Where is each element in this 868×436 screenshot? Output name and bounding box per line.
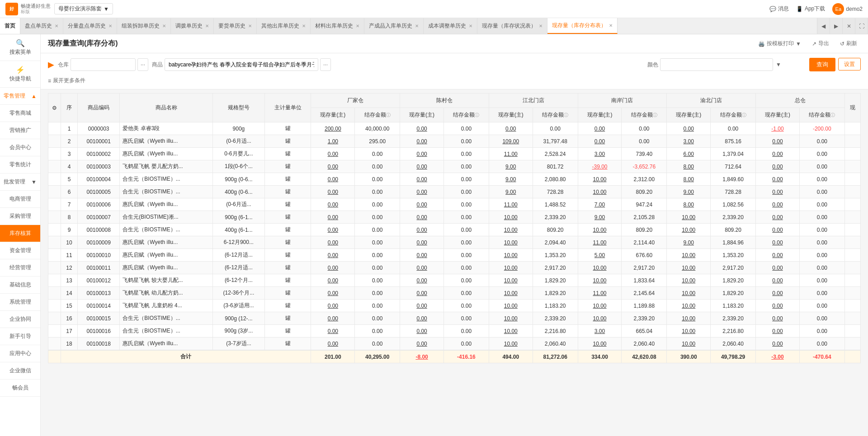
row-f-qty[interactable]: 0.00 <box>311 249 355 262</box>
sidebar-item-finance[interactable]: 资金管理 <box>0 242 40 259</box>
row-na-qty[interactable]: 10.00 <box>578 173 622 186</box>
close-icon[interactable]: ✕ <box>205 23 209 28</box>
row-f-qty[interactable]: 0.00 <box>311 262 355 274</box>
row-na-qty[interactable]: 0.00 <box>578 122 622 135</box>
tab-assembly[interactable]: 组装拆卸单历史 ✕ <box>117 18 171 34</box>
row-jb-qty[interactable]: 10.00 <box>489 338 533 351</box>
row-t-qty[interactable]: 0.00 <box>755 224 799 236</box>
row-jb-qty[interactable]: 10.00 <box>489 274 533 287</box>
row-na-qty[interactable]: -39.00 <box>578 160 622 173</box>
row-yb-qty[interactable]: 10.00 <box>667 262 711 274</box>
row-yb-qty[interactable]: 8.00 <box>667 198 711 211</box>
row-yb-qty[interactable]: 3.00 <box>667 135 711 148</box>
row-jb-qty[interactable]: 11.00 <box>489 148 533 160</box>
row-jb-qty[interactable]: 9.00 <box>489 160 533 173</box>
row-cl-qty[interactable]: 0.00 <box>400 300 444 312</box>
row-f-qty[interactable]: 0.00 <box>311 148 355 160</box>
sidebar-item-member[interactable]: 会员中心 <box>0 139 40 156</box>
row-na-qty[interactable]: 11.00 <box>578 236 622 249</box>
tab-other-out[interactable]: 其他出库单历史 ✕ <box>257 18 311 34</box>
row-f-qty[interactable]: 0.00 <box>311 186 355 198</box>
row-yb-qty[interactable]: 8.00 <box>667 173 711 186</box>
sidebar-item-search[interactable]: 🔍 搜索英单 <box>0 34 40 61</box>
row-na-qty[interactable]: 3.00 <box>578 325 622 338</box>
row-jb-qty[interactable]: 10.00 <box>489 300 533 312</box>
row-na-qty[interactable]: 10.00 <box>578 338 622 351</box>
tab-material-out[interactable]: 材料出库单历史 ✕ <box>311 18 364 34</box>
row-yb-qty[interactable]: 10.00 <box>667 312 711 325</box>
row-jb-qty[interactable]: 11.00 <box>489 198 533 211</box>
row-yb-qty[interactable]: 0.00 <box>667 122 711 135</box>
row-t-qty[interactable]: 0.00 <box>755 249 799 262</box>
row-yb-qty[interactable]: 10.00 <box>667 211 711 224</box>
tab-stock-status[interactable]: 现存量（库存状况表） ✕ <box>477 18 547 34</box>
row-t-qty[interactable]: -1.00 <box>755 122 799 135</box>
tab-transfer[interactable]: 调拨单历史 ✕ <box>171 18 214 34</box>
tab-next-btn[interactable]: ▶ <box>830 18 843 34</box>
warehouse-input[interactable] <box>71 58 136 71</box>
row-yb-qty[interactable]: 10.00 <box>667 274 711 287</box>
close-icon[interactable]: ✕ <box>356 23 359 28</box>
row-jb-qty[interactable]: 109.00 <box>489 135 533 148</box>
sidebar-item-nav[interactable]: ⚡ 快捷导航 <box>0 61 40 88</box>
close-icon[interactable]: ✕ <box>302 23 306 28</box>
row-na-qty[interactable]: 5.00 <box>578 249 622 262</box>
info-icon[interactable]: ⓘ <box>564 113 568 117</box>
tab-inventory-count[interactable]: 盘点单历史 ✕ <box>20 18 63 34</box>
row-t-qty[interactable]: 0.00 <box>755 274 799 287</box>
row-na-qty[interactable]: 9.00 <box>578 211 622 224</box>
close-icon[interactable]: ✕ <box>469 23 472 28</box>
row-t-qty[interactable]: 0.00 <box>755 300 799 312</box>
row-jb-qty[interactable]: 10.00 <box>489 211 533 224</box>
row-f-qty[interactable]: 0.00 <box>311 274 355 287</box>
row-f-qty[interactable]: 0.00 <box>311 160 355 173</box>
warehouse-pick-btn[interactable]: ··· <box>137 58 148 71</box>
row-yb-qty[interactable]: 10.00 <box>667 325 711 338</box>
row-na-qty[interactable]: 10.00 <box>578 274 622 287</box>
row-cl-qty[interactable]: 0.00 <box>400 249 444 262</box>
expand-toggle-icon[interactable]: ▶ <box>48 60 54 70</box>
row-cl-qty[interactable]: 0.00 <box>400 148 444 160</box>
refresh-btn[interactable]: ↺ 刷新 <box>836 38 861 49</box>
row-t-qty[interactable]: 0.00 <box>755 148 799 160</box>
row-na-qty[interactable]: 0.00 <box>578 135 622 148</box>
row-f-qty[interactable]: 0.00 <box>311 236 355 249</box>
sidebar-item-marketing[interactable]: 营销推广 <box>0 122 40 139</box>
row-cl-qty[interactable]: 0.00 <box>400 274 444 287</box>
expand-more-btn[interactable]: ≡ 展开更多条件 <box>48 77 85 84</box>
row-jb-qty[interactable]: 10.00 <box>489 236 533 249</box>
row-f-qty[interactable]: 0.00 <box>311 198 355 211</box>
row-cl-qty[interactable]: 0.00 <box>400 186 444 198</box>
row-t-qty[interactable]: 0.00 <box>755 287 799 300</box>
row-f-qty[interactable]: 0.00 <box>311 300 355 312</box>
tab-expand-btn[interactable]: ⛶ <box>855 18 868 34</box>
row-f-qty[interactable]: 0.00 <box>311 338 355 351</box>
row-jb-qty[interactable]: 10.00 <box>489 224 533 236</box>
row-yb-qty[interactable]: 9.00 <box>667 236 711 249</box>
row-jb-qty[interactable]: 9.00 <box>489 186 533 198</box>
info-icon[interactable]: ⓘ <box>653 113 657 117</box>
print-btn[interactable]: 🖨️ 按模板打印 ▼ <box>755 38 805 49</box>
sidebar-item-wechat[interactable]: 企业微信 <box>0 362 40 380</box>
row-cl-qty[interactable]: 0.00 <box>400 160 444 173</box>
row-t-qty[interactable]: 0.00 <box>755 312 799 325</box>
row-t-qty[interactable]: 0.00 <box>755 186 799 198</box>
row-cl-qty[interactable]: 0.00 <box>400 287 444 300</box>
row-f-qty[interactable]: 0.00 <box>311 325 355 338</box>
row-cl-qty[interactable]: 0.00 <box>400 236 444 249</box>
row-jb-qty[interactable]: 10.00 <box>489 262 533 274</box>
row-f-qty[interactable]: 0.00 <box>311 211 355 224</box>
sidebar-item-inventory[interactable]: 库存核算 <box>0 225 40 242</box>
row-yb-qty[interactable]: 9.00 <box>667 186 711 198</box>
close-icon[interactable]: ✕ <box>108 23 112 28</box>
info-icon[interactable]: ⓘ <box>830 113 835 117</box>
close-icon[interactable]: ✕ <box>415 23 419 28</box>
info-icon[interactable]: ⓘ <box>475 113 479 117</box>
close-icon[interactable]: ✕ <box>55 23 58 28</box>
close-icon[interactable]: ✕ <box>162 23 166 28</box>
row-cl-qty[interactable]: 0.00 <box>400 338 444 351</box>
message-btn[interactable]: 💬 消息 <box>769 5 789 13</box>
sidebar-item-retail-stats[interactable]: 零售统计 <box>0 156 40 173</box>
export-btn[interactable]: ↗ 导出 <box>808 38 833 49</box>
row-jb-qty[interactable]: 10.00 <box>489 325 533 338</box>
